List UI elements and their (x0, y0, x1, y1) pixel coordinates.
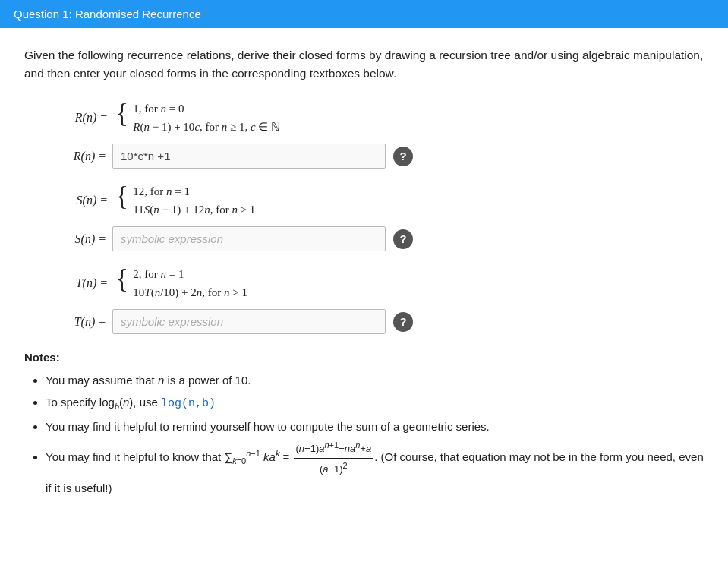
brace-line-T-2: 10T(n/10) + 2n, for n > 1 (133, 283, 247, 301)
intro-text: Given the following recurrence relations… (24, 46, 704, 83)
answer-input-T[interactable] (112, 309, 386, 334)
big-brace-R: { (115, 99, 128, 127)
note-item-4: You may find it helpful to know that ∑k=… (46, 438, 704, 498)
help-button-T[interactable]: ? (393, 312, 413, 332)
note-item-3: You may find it helpful to remind yourse… (46, 416, 704, 437)
brace-lines-R: 1, for n = 0 R(n − 1) + 10c, for n ≥ 1, … (133, 99, 280, 136)
header-bar: Question 1: Randomised Recurrence (0, 0, 728, 28)
answer-row-R: R(n) = ? (38, 144, 704, 169)
brace-lines-T: 2, for n = 1 10T(n/10) + 2n, for n > 1 (133, 265, 247, 301)
brace-line-T-1: 2, for n = 1 (133, 265, 247, 283)
math-label-S: S(n) = (55, 194, 108, 207)
recurrence-block-R: R(n) = { 1, for n = 0 R(n − 1) + 10c, fo… (24, 99, 704, 169)
math-label-T: T(n) = (55, 276, 108, 290)
big-brace-S: { (115, 182, 128, 210)
answer-label-R: R(n) = (38, 150, 106, 163)
recurrence-block-T: T(n) = { 2, for n = 1 10T(n/10) + 2n, fo… (24, 265, 704, 334)
notes-list: You may assume that n is a power of 10. … (24, 370, 704, 498)
help-button-S[interactable]: ? (393, 229, 413, 249)
brace-line-S-1: 12, for n = 1 (133, 182, 255, 200)
answer-input-R[interactable] (112, 144, 386, 169)
math-display-R: R(n) = { 1, for n = 0 R(n − 1) + 10c, fo… (55, 99, 704, 136)
math-display-S: S(n) = { 12, for n = 1 11S(n − 1) + 12n,… (55, 182, 704, 219)
recurrence-block-S: S(n) = { 12, for n = 1 11S(n − 1) + 12n,… (24, 182, 704, 251)
answer-label-T: T(n) = (38, 315, 106, 329)
answer-input-S[interactable] (112, 226, 386, 251)
brace-line-R-1: 1, for n = 0 (133, 99, 280, 118)
brace-line-R-2: R(n − 1) + 10c, for n ≥ 1, c ∈ ℕ (133, 118, 280, 136)
brace-lines-S: 12, for n = 1 11S(n − 1) + 12n, for n > … (133, 182, 255, 219)
note-item-1: You may assume that n is a power of 10. (46, 370, 704, 390)
answer-row-T: T(n) = ? (38, 309, 704, 334)
answer-row-S: S(n) = ? (38, 226, 704, 251)
header-title: Question 1: Randomised Recurrence (14, 8, 201, 21)
note-item-2: To specify logb(n), use log(n,b) (46, 392, 704, 415)
math-display-T: T(n) = { 2, for n = 1 10T(n/10) + 2n, fo… (55, 265, 704, 301)
brace-line-S-2: 11S(n − 1) + 12n, for n > 1 (133, 200, 255, 219)
big-brace-T: { (115, 265, 128, 292)
help-button-R[interactable]: ? (393, 147, 413, 166)
notes-title: Notes: (24, 351, 704, 364)
answer-label-S: S(n) = (38, 232, 106, 246)
notes-section: Notes: You may assume that n is a power … (24, 351, 704, 498)
math-label-R: R(n) = (55, 111, 108, 125)
